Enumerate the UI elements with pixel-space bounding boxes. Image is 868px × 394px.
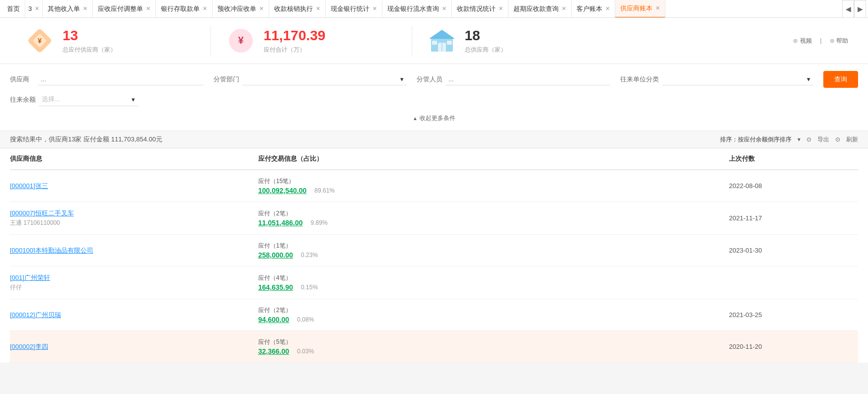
export-btn[interactable]: 导出 (817, 135, 829, 144)
table-row: [000100]本特勤油品有限公司 应付（1笔） 258,000.00 0.23… (10, 235, 858, 266)
supplier-label: 供应商 (10, 75, 35, 84)
nav-tab-prepay-ar-label: 预收冲应收单 (217, 4, 256, 13)
nav-tab-overdue-ar-close[interactable]: ✕ (562, 5, 566, 12)
category-label: 往来单位分类 (620, 75, 659, 84)
sort-label[interactable]: 排序：按应付余额倒序排序 (720, 135, 792, 144)
tx-label-4: 应付（2笔） (258, 306, 729, 315)
tx-label-0: 应付（15笔） (258, 177, 729, 186)
nav-tab-cash-bank-stat-label: 现金银行统计 (331, 4, 369, 13)
nav-tab-prepay-ar[interactable]: 预收冲应收单 ✕ (213, 0, 269, 18)
category-select[interactable]: ▾ (662, 73, 814, 85)
nav-tab-home[interactable]: 首页 (2, 0, 25, 18)
summary-info-payable: 13 总应付供应商（家） (63, 27, 116, 55)
supplier-sub-3: 仔仔 (10, 283, 258, 292)
balance-select[interactable]: 选择... ▾ (39, 93, 138, 106)
supplier-payable-icon: ¥ (25, 26, 55, 56)
last-pay-2: 2023-01-30 (729, 247, 858, 254)
balance-select-value: 选择... (42, 95, 60, 104)
nav-tab-bank-deposit-close[interactable]: ✕ (203, 5, 207, 12)
tx-amount-5[interactable]: 32,366.00 (258, 347, 289, 355)
nav-tab-other-income[interactable]: 其他收入单 ✕ (43, 0, 93, 18)
nav-tab-bank-deposit[interactable]: 银行存取款单 ✕ (156, 0, 213, 18)
tx-amount-3[interactable]: 164,635.90 (258, 283, 293, 291)
dept-select[interactable]: ▾ (242, 73, 407, 85)
col-header-lastpay: 上次付数 (729, 154, 858, 163)
nav-tab-receipt-stat-close[interactable]: ✕ (499, 5, 503, 12)
nav-tab-prepay-ar-close[interactable]: ✕ (259, 5, 264, 12)
summary-bar: ¥ 13 总应付供应商（家） ¥ 11,170.39 应付合计（万） (0, 18, 868, 64)
tx-amount-2[interactable]: 258,000.00 (258, 251, 293, 259)
summary-card-suppliers-payable: ¥ 13 总应付供应商（家） (10, 26, 211, 56)
nav-scroll-right[interactable]: ▶ (854, 0, 866, 18)
tx-label-2: 应付（1笔） (258, 242, 729, 250)
nav-tab-overdue-ar[interactable]: 超期应收款查询 ✕ (508, 0, 572, 18)
collapse-filter-btn[interactable]: ▲ 收起更多条件 (10, 111, 858, 124)
supplier-info-5: [000002]李四 (10, 342, 258, 351)
tx-amount-1[interactable]: 11,051,486.00 (258, 219, 303, 227)
nav-tab-customer-ledger-close[interactable]: ✕ (605, 5, 610, 12)
nav-tab-cash-bank-flow[interactable]: 现金银行流水查询 ✕ (382, 0, 452, 18)
tx-amount-4[interactable]: 94,600.00 (258, 316, 289, 324)
nav-tab-cash-bank-flow-close[interactable]: ✕ (442, 5, 446, 12)
supplier-link-4[interactable]: [000012]广州贝瑞 (10, 311, 258, 320)
last-pay-0: 2022-08-08 (729, 182, 858, 190)
query-button[interactable]: 查询 (823, 71, 858, 88)
svg-text:¥: ¥ (38, 37, 42, 45)
video-link[interactable]: ⊙ 视频 (793, 37, 811, 45)
refresh-btn[interactable]: 刷新 (846, 135, 858, 144)
balance-label: 往来余额 (10, 95, 36, 104)
nav-tab-receipt-stat[interactable]: 收款情况统计 ✕ (452, 0, 508, 18)
nav-tab-receipt-verify-close[interactable]: ✕ (316, 5, 320, 12)
person-input[interactable] (445, 73, 610, 85)
supplier-link-0[interactable]: [000001]张三 (10, 182, 258, 191)
nav-tab-ar-ap-adjust-close[interactable]: ✕ (146, 5, 150, 12)
data-table: 供应商信息 应付交易信息（占比） 上次付数 [000001]张三 应付（15笔）… (0, 148, 868, 363)
result-bar-right: 排序：按应付余额倒序排序 ▾ ⊙ 导出 ⊙ 刷新 (720, 135, 858, 144)
nav-scroll-left[interactable]: ◀ (842, 0, 854, 18)
nav-tab-3[interactable]: 3 ✕ (25, 0, 43, 18)
nav-tab-other-income-close[interactable]: ✕ (83, 5, 87, 12)
supplier-link-2[interactable]: [000100]本特勤油品有限公司 (10, 246, 258, 255)
filter-category: 往来单位分类 ▾ (620, 73, 814, 85)
nav-tab-cash-bank-stat[interactable]: 现金银行统计 ✕ (326, 0, 382, 18)
tx-row-5: 32,366.00 0.03% (258, 347, 729, 355)
nav-tab-cash-bank-stat-close[interactable]: ✕ (372, 5, 377, 12)
svg-marker-6 (429, 30, 455, 39)
filter-row-1: 供应商 分管部门 ▾ 分管人员 往来单位分类 ▾ 查询 (10, 71, 858, 88)
table-row: [000012]广州贝瑞 应付（2笔） 94,600.00 0.08% 2021… (10, 299, 858, 331)
svg-rect-9 (447, 41, 452, 45)
tx-info-3: 应付（4笔） 164,635.90 0.15% (258, 274, 729, 291)
nav-tab-customer-ledger[interactable]: 客户账本 ✕ (572, 0, 615, 18)
tx-percent-5: 0.03% (297, 348, 314, 355)
nav-tab-ar-ap-adjust[interactable]: 应收应付调整单 ✕ (93, 0, 156, 18)
tx-info-0: 应付（15笔） 100,092,540.00 89.61% (258, 177, 729, 195)
nav-tab-supplier-ledger-label: 供应商账本 (620, 4, 652, 13)
tx-row-4: 94,600.00 0.08% (258, 316, 729, 324)
tx-amount-0[interactable]: 100,092,540.00 (258, 187, 306, 195)
supplier-link-5[interactable]: [000002]李四 (10, 342, 258, 351)
tx-percent-0: 89.61% (314, 187, 335, 194)
nav-tab-supplier-ledger[interactable]: 供应商账本 ✕ (615, 0, 665, 18)
col-header-tx: 应付交易信息（占比） (258, 154, 729, 163)
nav-tab-supplier-ledger-close[interactable]: ✕ (655, 5, 660, 11)
nav-tab-ar-ap-adjust-label: 应收应付调整单 (98, 4, 143, 13)
nav-tab-receipt-verify-label: 收款核销执行 (274, 4, 313, 13)
supplier-link-3[interactable]: [001]广州荣轩 (10, 273, 258, 282)
supplier-link-1[interactable]: [000007]恒旺二手叉车 (10, 209, 258, 218)
summary-label-total: 应付合计（万） (264, 46, 326, 54)
nav-tab-3-close[interactable]: ✕ (35, 5, 39, 12)
filter-balance: 往来余额 选择... ▾ (10, 93, 429, 106)
help-link[interactable]: ⊙ 帮助 (830, 37, 848, 45)
last-pay-5: 2020-11-20 (729, 343, 858, 350)
summary-value-total-suppliers: 18 (465, 27, 506, 44)
tx-percent-2: 0.23% (301, 252, 318, 259)
tx-row-2: 258,000.00 0.23% (258, 251, 729, 259)
supplier-input[interactable] (38, 73, 204, 85)
filter-supplier: 供应商 (10, 73, 204, 85)
nav-tab-receipt-verify[interactable]: 收款核销执行 ✕ (269, 0, 326, 18)
nav-tab-overdue-ar-label: 超期应收款查询 (513, 4, 559, 13)
tx-info-5: 应付（5笔） 32,366.00 0.03% (258, 338, 729, 355)
table-row: [001]广州荣轩 仔仔 应付（4笔） 164,635.90 0.15% (10, 266, 858, 299)
collapse-icon: ▲ (413, 116, 418, 121)
supplier-info-4: [000012]广州贝瑞 (10, 311, 258, 320)
